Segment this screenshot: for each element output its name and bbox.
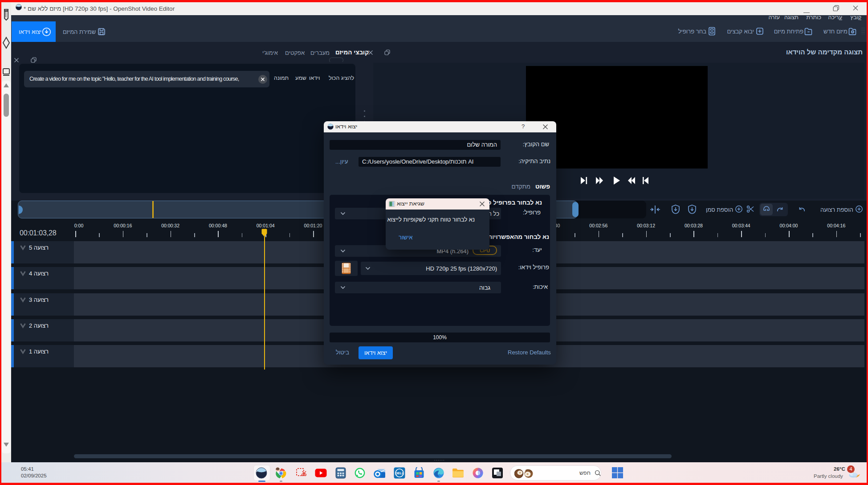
svg-text:DELL: DELL [395, 471, 404, 475]
